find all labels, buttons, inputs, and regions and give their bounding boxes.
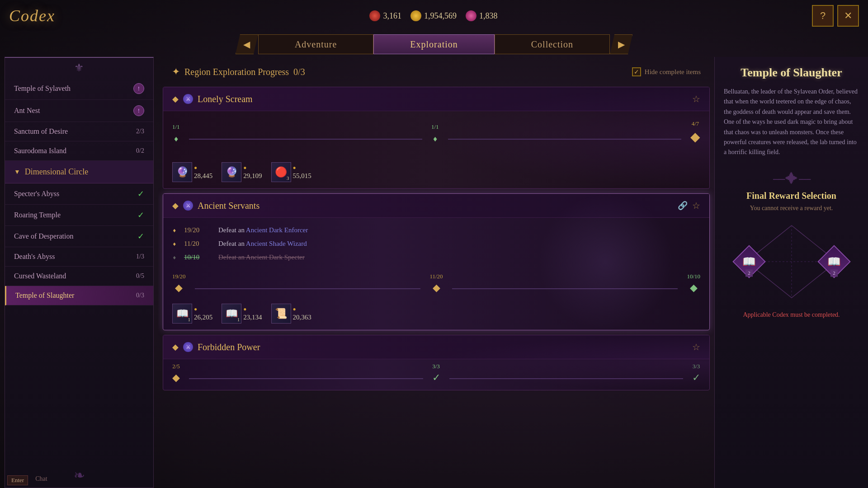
currency-pink-icon [466,10,476,21]
reward-gold-icon: ● [194,164,212,171]
star-button[interactable]: ☆ [692,342,700,352]
reward-gold-icon: ● [243,164,262,171]
hide-complete-toggle[interactable]: ✓ Hide complete items [632,67,701,76]
ancient-servants-progress: ⬧ 19/20 Defeat an Ancient Dark Enforcer … [163,218,709,269]
task-link-1[interactable]: Ancient Dark Enforcer [246,226,308,234]
section-arrow-icon: ▼ [14,169,20,176]
faction-icon: ⚔ [183,94,193,104]
reward-count: 3 [287,175,289,181]
card-title-group: ◆ ⚔ Lonely Scream [172,94,253,104]
lonely-scream-progress: 1/1 ⬧ 1/1 ⬧ 4/7 ◆ [163,111,709,156]
as-stage-2: 11/20 [429,273,443,280]
panel-reward-subtitle: You cannot receive a reward yet. [724,205,859,212]
sidebar: ⚜ Temple of Sylaveth ! Ant Nest ! Sanctu… [5,57,154,488]
reward-gem-icon: 📖 [827,255,841,268]
hide-complete-checkbox[interactable]: ✓ [632,67,641,76]
card-title: Ancient Servants [198,201,259,211]
reward-value-1: 26,205 [194,314,212,321]
nav-next-button[interactable]: ▶ [610,34,632,54]
currency-pink-value: 1,838 [479,11,498,21]
close-button[interactable]: ✕ [837,5,859,27]
reward-box-1: 📖 1 [172,304,192,324]
reward-item-2: 🔮 ● 29,109 [222,162,262,182]
reward-gem-left: 📖 2 [732,245,766,278]
codex-card-lonely-scream: ◆ ⚔ Lonely Scream ☆ 1/1 ⬧ [163,87,710,189]
check-icon: ✓ [137,210,144,220]
card-header: ◆ ⚔ Forbidden Power ☆ [163,335,709,359]
reward-item-2: 📖 1 ● 23,134 [222,304,262,324]
sidebar-label: Cave of Desperation [14,232,74,240]
sidebar-item-temple-slaughter[interactable]: Temple of Slaughter 0/3 [5,286,153,305]
reward-value-2: 29,109 [243,172,262,180]
stage-connector [189,378,423,379]
sidebar-item-temple-sylaveth[interactable]: Temple of Sylaveth ! [5,78,153,100]
tab-exploration[interactable]: Exploration [373,34,494,54]
section-label: Dimensional Circle [25,167,88,177]
sidebar-item-cursed-wasteland[interactable]: Cursed Wasteland 0/5 [5,267,153,286]
arrow-icon: ⬧ [172,239,177,248]
fp-stage-2: 3/3 [432,363,440,370]
stage-connector [449,378,684,379]
tab-collection[interactable]: Collection [495,34,610,54]
codex-card-ancient-servants: ◆ ⚔ Ancient Servants 🔗 ☆ ⬧ 19/20 Defeat … [163,193,710,330]
sidebar-label: Temple of Sylaveth [14,84,71,93]
reward-item-1: 📖 1 ● 26,205 [172,304,212,324]
sidebar-item-cave-desperation[interactable]: Cave of Desperation ✓ [5,226,153,247]
sidebar-label: Specter's Abyss [14,190,59,198]
star-button[interactable]: ☆ [692,200,700,211]
reward-gold-icon: ● [243,306,262,313]
help-button[interactable]: ? [812,5,834,27]
reward-item-3: 📜 ● 20,363 [271,304,311,324]
card-header: ◆ ⚔ Ancient Servants 🔗 ☆ [163,194,709,218]
task-link-2[interactable]: Ancient Shade Wizard [246,240,307,247]
reward-box-2: 📖 1 [222,304,241,324]
sidebar-item-roaring-temple[interactable]: Roaring Temple ✓ [5,205,153,226]
gem-count: 2 [830,269,838,277]
sidebar-item-saurodoma[interactable]: Saurodoma Island 0/2 [5,141,153,161]
currency-pink: 1,838 [466,10,498,21]
task-fraction-2: 11/20 [184,240,211,248]
link-button[interactable]: 🔗 [678,201,688,211]
reward-gold-icon: ● [194,306,212,313]
reward-row: 🔮 ● 28,445 🔮 ● 29,109 [163,156,709,188]
reward-value-2: 23,134 [243,314,262,321]
card-diamond-icon: ◆ [172,201,179,211]
card-header: ◆ ⚔ Lonely Scream ☆ [163,87,709,111]
sidebar-label: Ant Nest [14,107,40,115]
stage-icon-1: ⬧ [173,132,179,144]
card-action-icons: ☆ [692,94,700,104]
nav-tabs: ◀ Adventure Exploration Collection ▶ [0,32,868,57]
currency-bar: 3,161 1,954,569 1,838 [369,10,497,21]
reward-icon: 🔮 [176,166,189,178]
task-row-2: ⬧ 11/20 Defeat an Ancient Shade Wizard [172,237,700,250]
sidebar-item-ant-nest[interactable]: Ant Nest ! [5,100,153,122]
bottom-bar: Enter Chat [0,473,55,488]
tab-adventure[interactable]: Adventure [258,34,373,54]
reward-item-1: 🔮 ● 28,445 [172,162,212,182]
star-button[interactable]: ☆ [692,94,700,104]
reward-count: 1 [237,317,240,322]
sidebar-progress: 0/5 [136,272,144,280]
sidebar-section-dimensional-circle[interactable]: ▼ Dimensional Circle [5,161,153,183]
card-title: Lonely Scream [198,94,253,104]
fp-stage-icon-1: ◆ [172,372,180,384]
sidebar-top-ornament: ⚜ [5,58,153,78]
as-stage-3: 10/10 [687,273,700,280]
task-text-2: Defeat an Ancient Shade Wizard [218,240,307,248]
card-title: Forbidden Power [198,342,260,352]
currency-gold-value: 1,954,569 [424,11,457,21]
sidebar-item-sanctum[interactable]: Sanctum of Desire 2/3 [5,122,153,141]
check-icon: ✓ [137,231,144,241]
reward-count: 1 [188,317,191,322]
stage-fraction-2: 1/1 [431,123,439,131]
sidebar-progress: 1/3 [136,253,144,260]
stage-fraction-3: 4/7 [692,120,699,127]
reward-gem-right: 📖 2 [817,245,851,278]
as-stage-icon-1: ◆ [175,282,183,294]
sidebar-item-deaths-abyss[interactable]: Death's Abyss 1/3 [5,247,153,267]
sidebar-item-specters-abyss[interactable]: Specter's Abyss ✓ [5,183,153,205]
reward-diamond-grid: 📖 2 📖 2 [737,221,846,302]
nav-prev-button[interactable]: ◀ [236,34,258,54]
sidebar-label: Sanctum of Desire [14,127,68,136]
fp-stage-3: 3/3 [693,363,700,370]
